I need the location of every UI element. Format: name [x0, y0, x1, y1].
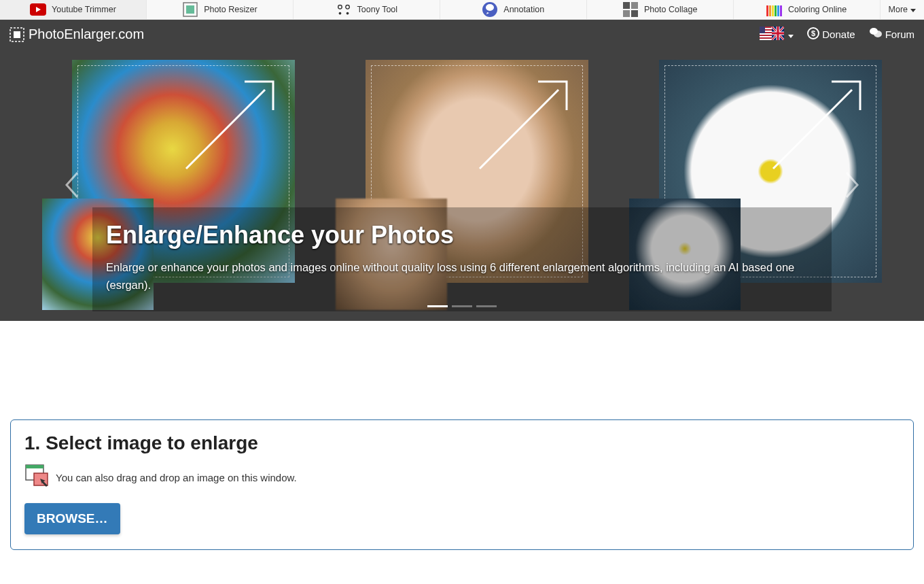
- chevron-right-icon: [844, 171, 860, 199]
- carousel-prev-button[interactable]: [58, 171, 86, 199]
- toony-icon: [336, 1, 352, 18]
- svg-point-31: [874, 31, 882, 37]
- tool-more-dropdown[interactable]: More: [881, 0, 924, 19]
- carousel-indicator-0[interactable]: [427, 305, 448, 307]
- svg-rect-10: [623, 10, 630, 17]
- svg-rect-9: [631, 2, 638, 9]
- hero-carousel: Enlarge/Enhance your Photos Enlarge or e…: [0, 49, 924, 321]
- coloring-icon: [766, 1, 783, 18]
- tool-label: Youtube Trimmer: [52, 5, 116, 14]
- header-bar: PhotoEnlarger.com $ Donate Forum: [0, 20, 924, 49]
- svg-rect-17: [780, 5, 782, 16]
- drag-drop-icon: [24, 464, 52, 491]
- top-toolbar: Youtube Trimmer Photo Resizer Toony Tool…: [0, 0, 924, 20]
- flag-us-uk-icon: [760, 27, 784, 43]
- svg-rect-33: [26, 465, 43, 468]
- svg-rect-12: [766, 5, 768, 16]
- carousel-next-button[interactable]: [838, 171, 866, 199]
- svg-point-4: [345, 5, 349, 10]
- ad-spacer: [0, 321, 924, 419]
- forum-link[interactable]: Forum: [869, 27, 914, 41]
- svg-rect-25: [760, 39, 772, 40]
- carousel-indicator-1[interactable]: [452, 305, 472, 307]
- browse-button[interactable]: BROWSE…: [24, 503, 120, 534]
- tool-label: Photo Resizer: [204, 5, 257, 14]
- svg-text:$: $: [811, 29, 815, 37]
- tool-label: Annotation: [503, 5, 544, 14]
- features-row: Photo Enlargement Enlargement algorithms…: [0, 550, 924, 584]
- enlarge-arrow-icon: [183, 76, 279, 171]
- caret-down-icon: [788, 29, 794, 41]
- tool-link-toony-tool[interactable]: Toony Tool: [294, 0, 440, 19]
- svg-rect-11: [631, 10, 638, 17]
- tool-link-photo-resizer[interactable]: Photo Resizer: [147, 0, 294, 19]
- svg-rect-8: [623, 2, 630, 9]
- select-heading: 1. Select image to enlarge: [24, 432, 900, 454]
- tool-label: Coloring Online: [788, 5, 847, 14]
- carousel-caption: Enlarge/Enhance your Photos Enlarge or e…: [92, 207, 832, 311]
- tool-link-youtube-trimmer[interactable]: Youtube Trimmer: [0, 0, 147, 19]
- svg-point-6: [346, 12, 349, 15]
- carousel-indicators: [427, 305, 497, 307]
- tool-label: Photo Collage: [644, 5, 698, 14]
- svg-rect-16: [777, 5, 779, 16]
- caret-down-icon: [910, 5, 916, 14]
- svg-point-5: [338, 12, 341, 15]
- forum-label: Forum: [885, 29, 914, 40]
- select-hint-text: You can also drag and drop an image on t…: [56, 472, 297, 483]
- header-right: $ Donate Forum: [760, 27, 914, 43]
- select-image-panel: 1. Select image to enlarge You can also …: [10, 419, 914, 550]
- brand-text: PhotoEnlarger.com: [29, 27, 144, 42]
- annotation-icon: [482, 1, 498, 18]
- resize-icon: [182, 1, 198, 18]
- brand-link[interactable]: PhotoEnlarger.com: [10, 27, 144, 42]
- enlarge-arrow-icon: [770, 76, 866, 171]
- tool-link-photo-collage[interactable]: Photo Collage: [587, 0, 734, 19]
- youtube-icon: [30, 1, 46, 18]
- donate-icon: $: [807, 27, 819, 41]
- svg-point-3: [338, 5, 342, 10]
- svg-rect-14: [772, 5, 774, 16]
- tool-link-coloring-online[interactable]: Coloring Online: [734, 0, 881, 19]
- tool-label: Toony Tool: [357, 5, 398, 14]
- carousel-indicator-2[interactable]: [476, 305, 497, 307]
- svg-rect-24: [760, 36, 772, 37]
- svg-rect-19: [14, 31, 20, 38]
- svg-rect-13: [769, 5, 771, 16]
- select-hint: You can also drag and drop an image on t…: [24, 464, 900, 491]
- forum-icon: [869, 27, 883, 41]
- enlarge-logo-icon: [10, 27, 24, 42]
- svg-rect-23: [760, 33, 772, 35]
- enlarge-arrow-icon: [477, 76, 572, 171]
- donate-label: Donate: [822, 29, 855, 40]
- carousel-title: Enlarge/Enhance your Photos: [106, 221, 818, 250]
- tool-more-label: More: [889, 5, 908, 14]
- collage-icon: [622, 1, 639, 18]
- svg-rect-15: [775, 5, 777, 16]
- tool-link-annotation[interactable]: Annotation: [440, 0, 587, 19]
- donate-link[interactable]: $ Donate: [807, 27, 855, 41]
- language-selector[interactable]: [760, 27, 794, 43]
- svg-rect-26: [760, 27, 765, 33]
- chevron-left-icon: [64, 171, 80, 199]
- svg-rect-2: [186, 5, 194, 14]
- carousel-subtitle: Enlarge or enhance your photos and image…: [106, 259, 818, 294]
